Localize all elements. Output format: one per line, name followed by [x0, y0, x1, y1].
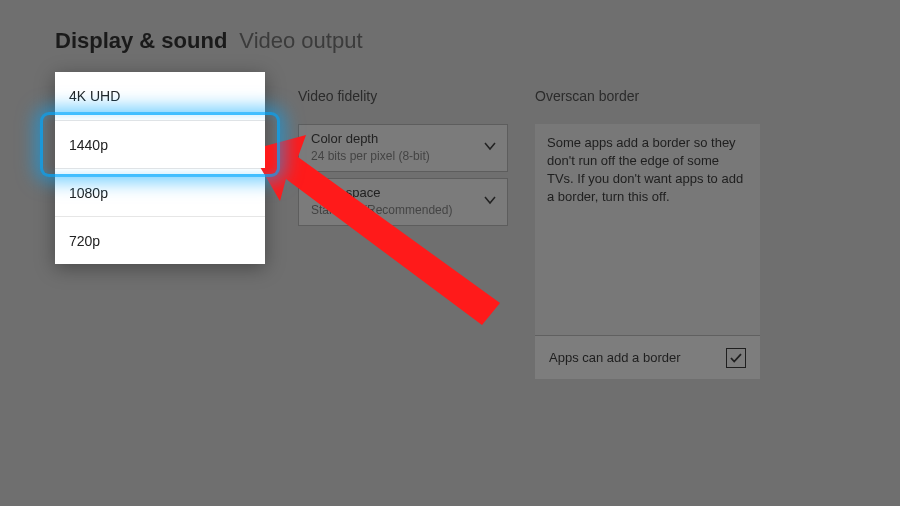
overscan-checkbox[interactable] — [726, 348, 746, 368]
color-space-title: Color space — [311, 185, 471, 201]
page-subtitle: Video output — [239, 28, 362, 54]
chevron-down-icon — [483, 139, 497, 157]
resolution-option-label: 720p — [69, 233, 100, 249]
resolution-option-4k-uhd[interactable]: 4K UHD — [55, 72, 265, 120]
overscan-checkbox-row[interactable]: Apps can add a border — [535, 335, 760, 379]
page-header: Display & sound Video output — [55, 28, 363, 54]
resolution-option-1080p[interactable]: 1080p — [55, 168, 265, 216]
page-title: Display & sound — [55, 28, 227, 54]
check-icon — [729, 351, 743, 365]
color-space-dropdown[interactable]: Color space Standard (Recommended) — [298, 178, 508, 226]
overscan-border-label: Overscan border — [535, 88, 639, 104]
color-depth-value: 24 bits per pixel (8-bit) — [311, 149, 471, 163]
overscan-checkbox-label: Apps can add a border — [549, 350, 681, 365]
chevron-down-icon — [483, 193, 497, 211]
resolution-option-label: 4K UHD — [69, 88, 120, 104]
resolution-option-1440p[interactable]: 1440p — [55, 120, 265, 168]
resolution-option-720p[interactable]: 720p — [55, 216, 265, 264]
overscan-panel: Some apps add a border so they don't run… — [535, 124, 760, 379]
color-depth-title: Color depth — [311, 131, 471, 147]
color-depth-dropdown[interactable]: Color depth 24 bits per pixel (8-bit) — [298, 124, 508, 172]
overscan-description: Some apps add a border so they don't run… — [547, 134, 748, 206]
video-fidelity-label: Video fidelity — [298, 88, 377, 104]
resolution-option-label: 1080p — [69, 185, 108, 201]
resolution-dropdown-list[interactable]: 4K UHD 1440p 1080p 720p — [55, 72, 265, 264]
color-space-value: Standard (Recommended) — [311, 203, 471, 217]
resolution-option-label: 1440p — [69, 137, 108, 153]
